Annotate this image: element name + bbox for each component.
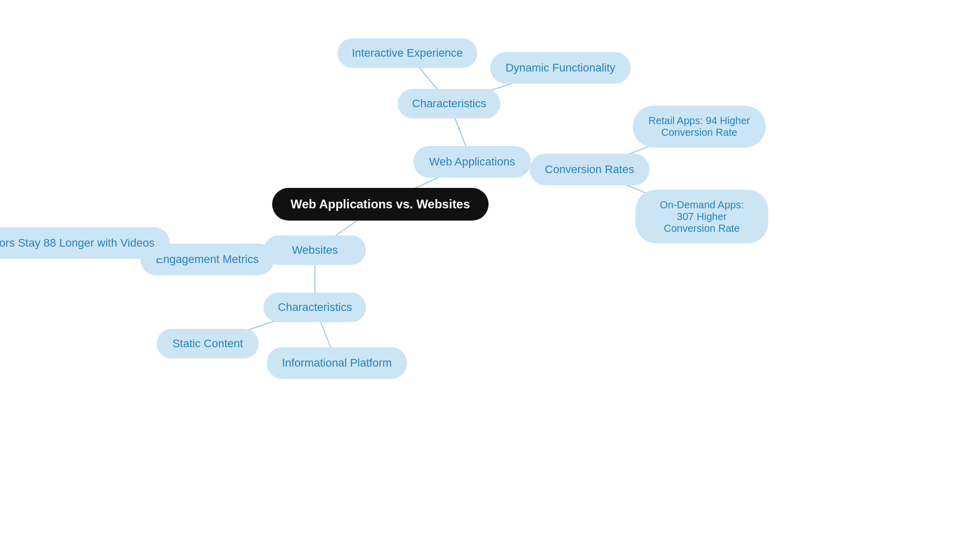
node-informationalPlatform: Informational Platform [266, 347, 407, 379]
connections-svg [0, 0, 980, 553]
node-retailApps: Retail Apps: 94 Higher Conversion Rate [633, 106, 766, 148]
mind-map: Web Applications vs. WebsitesWeb Applica… [0, 0, 980, 553]
node-characteristics_web: Characteristics [398, 89, 500, 118]
node-websites: Websites [264, 235, 366, 265]
node-characteristics_site: Characteristics [263, 293, 366, 322]
node-staticContent: Static Content [157, 329, 259, 358]
node-dynamicFunctionality: Dynamic Functionality [490, 52, 630, 84]
node-webApplications: Web Applications [413, 146, 531, 178]
node-onDemandApps: On-Demand Apps: 307 Higher Conversion Ra… [635, 190, 768, 244]
node-conversionRates: Conversion Rates [530, 154, 650, 185]
node-interactiveExperience: Interactive Experience [337, 38, 477, 68]
node-visitorsStay: Visitors Stay 88 Longer with Videos [0, 227, 170, 259]
node-center: Web Applications vs. Websites [272, 188, 488, 221]
